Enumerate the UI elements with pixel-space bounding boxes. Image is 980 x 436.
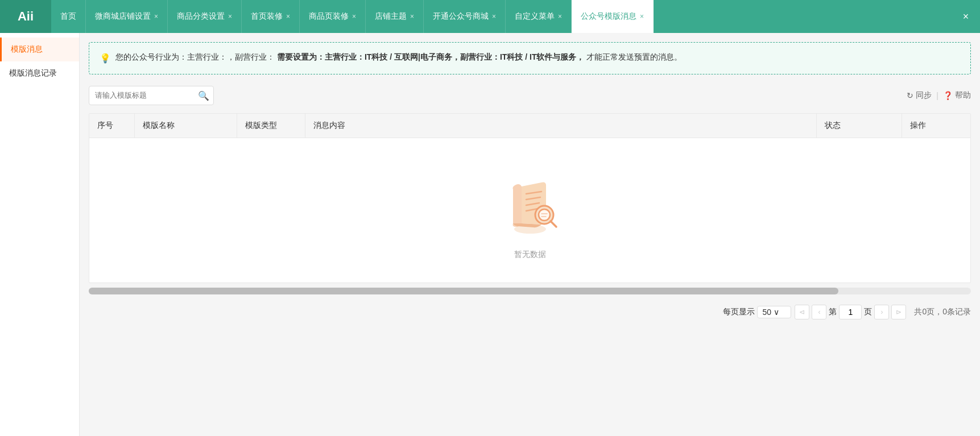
nav-tab-close-icon[interactable]: × <box>410 13 414 20</box>
alert-box: 💡 您的公众号行业为：主营行业：，副营行业： 需要设置为：主营行业：IT科技 /… <box>89 42 971 74</box>
nav-tab-首页装修[interactable]: 首页装修× <box>242 0 300 33</box>
next-page-button[interactable]: › <box>874 305 889 319</box>
svg-line-7 <box>551 221 556 227</box>
alert-text: 您的公众号行业为：主营行业：，副营行业： 需要设置为：主营行业：IT科技 / 互… <box>115 51 682 63</box>
page-size-select: 每页显示 50 ∨ <box>723 306 791 318</box>
nav-tab-开通公众号商城[interactable]: 开通公众号商城× <box>424 0 506 33</box>
content-area: 💡 您的公众号行业为：主营行业：，副营行业： 需要设置为：主营行业：IT科技 /… <box>80 33 980 436</box>
page-nav: ⊲ ‹ 第 页 › ⊳ <box>795 305 906 319</box>
sidebar: 模版消息模版消息记录 <box>0 33 80 436</box>
page-total: 共0页，0条记录 <box>914 307 971 317</box>
nav-tab-店铺主题[interactable]: 店铺主题× <box>366 0 424 33</box>
nav-tab-close-icon[interactable]: × <box>492 13 496 20</box>
search-bar: 🔍 ↻ 同步 | ❓ 帮助 <box>89 86 971 105</box>
sidebar-item-模版消息[interactable]: 模版消息 <box>0 38 79 61</box>
table-col-消息内容: 消息内容 <box>305 114 817 138</box>
table-col-操作: 操作 <box>902 114 970 138</box>
nav-tab-close-icon[interactable]: × <box>352 13 356 20</box>
table-col-序号: 序号 <box>89 114 135 138</box>
page-size-label: 每页显示 <box>723 307 755 317</box>
sidebar-item-模版消息记录[interactable]: 模版消息记录 <box>0 61 79 85</box>
help-button[interactable]: ❓ 帮助 <box>943 90 971 101</box>
sync-button[interactable]: ↻ 同步 <box>907 90 932 101</box>
search-input[interactable] <box>89 86 214 105</box>
help-icon: ❓ <box>943 91 953 100</box>
toolbar-divider: | <box>936 91 938 100</box>
first-page-button[interactable]: ⊲ <box>795 305 809 319</box>
page-unit: 页 <box>864 307 872 317</box>
pagination: 每页显示 50 ∨ ⊲ ‹ 第 页 › ⊳ 共0页，0条记录 <box>89 299 971 322</box>
table-col-模版名称: 模版名称 <box>135 114 237 138</box>
alert-highlight: 需要设置为：主营行业：IT科技 / 互联网|电子商务，副营行业：IT科技 / I… <box>277 52 585 61</box>
nav-tab-商品页装修[interactable]: 商品页装修× <box>300 0 366 33</box>
empty-icon <box>496 172 564 240</box>
nav-tab-公众号模版消息[interactable]: 公众号模版消息× <box>572 0 654 33</box>
empty-text: 暂无数据 <box>514 250 546 260</box>
nav-tab-微商城店铺设置[interactable]: 微商城店铺设置× <box>86 0 168 33</box>
data-table: 序号模版名称模版类型消息内容状态操作 <box>89 113 971 283</box>
svg-point-6 <box>539 209 550 221</box>
app-logo: Aii <box>0 0 51 33</box>
search-icon[interactable]: 🔍 <box>198 90 209 101</box>
nav-tab-close-icon[interactable]: × <box>640 13 644 20</box>
nav-tab-商品分类设置[interactable]: 商品分类设置× <box>168 0 242 33</box>
table-col-模版类型: 模版类型 <box>237 114 305 138</box>
page-label: 第 <box>829 307 837 317</box>
horizontal-scrollbar[interactable] <box>89 288 971 294</box>
alert-icon: 💡 <box>100 51 111 66</box>
top-nav: Aii 首页微商城店铺设置×商品分类设置×首页装修×商品页装修×店铺主题×开通公… <box>0 0 980 33</box>
page-size-dropdown[interactable]: 50 ∨ <box>757 306 791 318</box>
nav-tab-close-icon[interactable]: × <box>286 13 290 20</box>
global-close-button[interactable]: × <box>952 0 980 33</box>
page-number-input[interactable] <box>839 305 862 319</box>
sync-icon: ↻ <box>907 91 913 100</box>
last-page-button[interactable]: ⊳ <box>891 305 906 319</box>
toolbar-right: ↻ 同步 | ❓ 帮助 <box>907 90 971 101</box>
scrollbar-thumb <box>89 288 838 294</box>
nav-tab-close-icon[interactable]: × <box>558 13 562 20</box>
prev-page-button[interactable]: ‹ <box>812 305 826 319</box>
nav-tabs: 首页微商城店铺设置×商品分类设置×首页装修×商品页装修×店铺主题×开通公众号商城… <box>51 0 952 33</box>
main-layout: 模版消息模版消息记录 💡 您的公众号行业为：主营行业：，副营行业： 需要设置为：… <box>0 33 980 436</box>
dropdown-arrow-icon: ∨ <box>774 308 779 317</box>
search-input-wrap: 🔍 <box>89 86 214 105</box>
nav-tab-close-icon[interactable]: × <box>228 13 232 20</box>
nav-tab-close-icon[interactable]: × <box>154 13 158 20</box>
nav-tab-自定义菜单[interactable]: 自定义菜单× <box>506 0 572 33</box>
nav-tab-首页[interactable]: 首页 <box>51 0 86 33</box>
table-header: 序号模版名称模版类型消息内容状态操作 <box>89 114 970 138</box>
table-col-状态: 状态 <box>817 114 902 138</box>
empty-state: 暂无数据 <box>89 138 970 283</box>
